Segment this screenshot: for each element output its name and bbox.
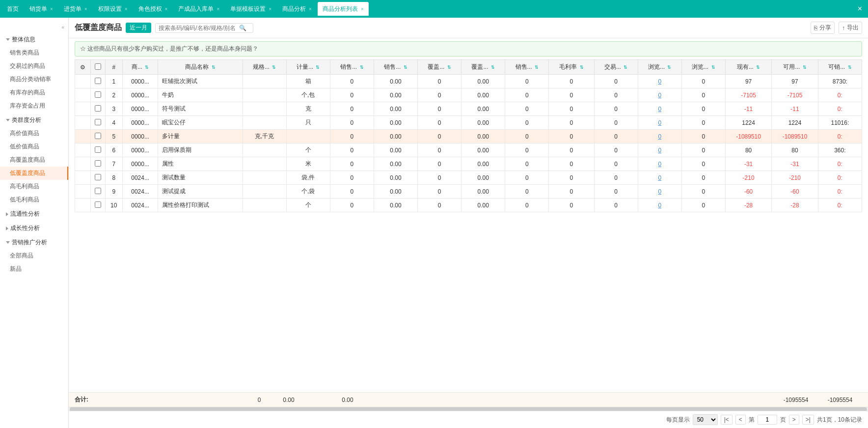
close-analysis-tab[interactable]: × (309, 6, 312, 12)
th-spec[interactable]: 规格... ⇅ (243, 60, 286, 75)
td-view1[interactable]: 0 (638, 102, 681, 116)
th-view2[interactable]: 浏览... ⇅ (681, 60, 725, 75)
nav-tab-production[interactable]: 产成品入库单 × (173, 2, 224, 16)
prev-page-btn[interactable]: < (735, 415, 746, 425)
sidebar-item-low-coverage[interactable]: 低覆盖度商品 (0, 167, 68, 180)
settings-icon[interactable]: ⚙ (80, 64, 85, 71)
td-checkbox[interactable] (90, 171, 105, 185)
close-production-tab[interactable]: × (217, 6, 219, 12)
sidebar-item-category-rate[interactable]: 商品分类动销率 (0, 73, 68, 86)
nav-tab-purchase[interactable]: 进货单 × (59, 2, 92, 16)
close-template-tab[interactable]: × (269, 6, 271, 12)
th-settings[interactable]: ⚙ (75, 60, 91, 75)
sidebar-item-new-goods[interactable]: 新品 (0, 262, 68, 276)
td-view1[interactable]: 0 (638, 143, 681, 157)
select-all-checkbox[interactable] (95, 63, 101, 70)
sidebar-item-stock-funds[interactable]: 库存资金占用 (0, 99, 68, 113)
row-checkbox[interactable] (95, 174, 101, 180)
td-checkbox[interactable] (90, 88, 105, 102)
row-checkbox[interactable] (95, 91, 101, 98)
td-checkbox[interactable] (90, 199, 105, 212)
nav-tab-analysis[interactable]: 商品分析 × (277, 2, 317, 16)
window-close-button[interactable]: × (854, 4, 866, 13)
sidebar-item-low-value[interactable]: 低价值商品 (0, 140, 68, 153)
th-cover2[interactable]: 覆盖... ⇅ (461, 60, 505, 75)
sidebar-item-low-margin[interactable]: 低毛利商品 (0, 193, 68, 206)
sidebar-item-sales-goods[interactable]: 销售类商品 (0, 46, 68, 59)
sidebar-item-high-value[interactable]: 高价值商品 (0, 127, 68, 140)
row-checkbox[interactable] (95, 188, 101, 194)
row-checkbox[interactable] (95, 201, 101, 208)
page-size-select[interactable]: 50 20 100 (693, 414, 718, 425)
page-input[interactable] (758, 415, 777, 425)
close-permissions-tab[interactable]: × (125, 6, 128, 12)
th-cover1[interactable]: 覆盖... ⇅ (418, 60, 461, 75)
close-roles-tab[interactable]: × (165, 6, 168, 12)
sidebar-group-cluster-title[interactable]: 类群度分析 (0, 114, 68, 127)
td-view1[interactable]: 0 (638, 116, 681, 130)
sidebar-collapse-btn[interactable]: « (59, 23, 66, 32)
sidebar-group-marketing-title[interactable]: 营销推广分析 (0, 236, 68, 249)
row-checkbox[interactable] (95, 105, 101, 112)
search-icon[interactable]: 🔍 (239, 25, 246, 31)
th-sales3[interactable]: 销售... ⇅ (505, 60, 549, 75)
td-view1[interactable]: 0 (638, 199, 681, 212)
th-code[interactable]: 商... ⇅ (122, 60, 158, 75)
th-stock[interactable]: 现有... ⇅ (725, 60, 771, 75)
row-checkbox[interactable] (95, 78, 101, 84)
close-analysis-list-tab[interactable]: × (361, 6, 364, 12)
nav-tab-home[interactable]: 首页 (2, 2, 24, 16)
row-checkbox[interactable] (95, 160, 101, 167)
row-checkbox[interactable] (95, 119, 101, 125)
nav-tab-analysis-list[interactable]: 商品分析列表 × (318, 2, 369, 16)
td-view1[interactable]: 0 (638, 171, 681, 185)
th-avail[interactable]: 可用... ⇅ (772, 60, 818, 75)
sidebar-item-high-coverage[interactable]: 高覆盖度商品 (0, 153, 68, 167)
sidebar-item-high-margin[interactable]: 高毛利商品 (0, 180, 68, 193)
th-margin[interactable]: 毛利率 ⇅ (549, 60, 594, 75)
td-view1[interactable]: 0 (638, 88, 681, 102)
row-checkbox[interactable] (95, 133, 101, 139)
nav-tab-permissions[interactable]: 权限设置 × (93, 2, 133, 16)
sidebar-item-stock-goods[interactable]: 有库存的商品 (0, 86, 68, 99)
row-checkbox[interactable] (95, 146, 101, 153)
search-input[interactable] (159, 25, 237, 31)
td-view1[interactable]: 0 (638, 157, 681, 171)
th-checkbox[interactable] (90, 60, 105, 75)
td-checkbox[interactable] (90, 130, 105, 143)
close-purchase-tab[interactable]: × (84, 6, 87, 12)
td-checkbox[interactable] (90, 157, 105, 171)
th-view1[interactable]: 浏览... ⇅ (638, 60, 681, 75)
th-unit[interactable]: 计量... ⇅ (286, 60, 330, 75)
sidebar-group-growth-title[interactable]: 成长性分析 (0, 222, 68, 235)
td-checkbox[interactable] (90, 75, 105, 88)
next-page-btn[interactable]: > (789, 415, 799, 425)
td-view1[interactable]: 0 (638, 185, 681, 199)
share-button[interactable]: ⎘ 分享 (811, 22, 835, 34)
table-wrapper[interactable]: ⚙ # 商... ⇅ 商品名称 (69, 59, 868, 392)
sidebar-item-traded-goods[interactable]: 交易过的商品 (0, 59, 68, 73)
th-sellable[interactable]: 可销... ⇅ (818, 60, 862, 75)
nav-tab-sales[interactable]: 销货单 × (25, 2, 58, 16)
sidebar-group-overall-title[interactable]: 整体信息 (0, 33, 68, 46)
th-sales-amt[interactable]: 销售... ⇅ (374, 60, 417, 75)
td-checkbox[interactable] (90, 102, 105, 116)
th-name[interactable]: 商品名称 ⇅ (158, 60, 243, 75)
th-sales-qty[interactable]: 销售... ⇅ (330, 60, 374, 75)
sidebar-item-all-goods[interactable]: 全部商品 (0, 249, 68, 262)
period-button[interactable]: 近一月 (126, 23, 151, 33)
td-checkbox[interactable] (90, 116, 105, 130)
sidebar-group-circulation-title[interactable]: 流通性分析 (0, 207, 68, 221)
first-page-btn[interactable]: |< (721, 415, 732, 425)
horizontal-scrollbar[interactable] (69, 407, 868, 411)
nav-tab-roles[interactable]: 角色授权 × (134, 2, 173, 16)
td-checkbox[interactable] (90, 185, 105, 199)
export-button[interactable]: ↑ 导出 (839, 22, 862, 34)
th-trade[interactable]: 交易... ⇅ (594, 60, 638, 75)
td-view1[interactable]: 0 (638, 130, 681, 143)
last-page-btn[interactable]: >| (802, 415, 814, 425)
close-sales-tab[interactable]: × (50, 6, 53, 12)
td-view1[interactable]: 0 (638, 75, 681, 88)
nav-tab-template[interactable]: 单据模板设置 × (225, 2, 276, 16)
td-checkbox[interactable] (90, 143, 105, 157)
